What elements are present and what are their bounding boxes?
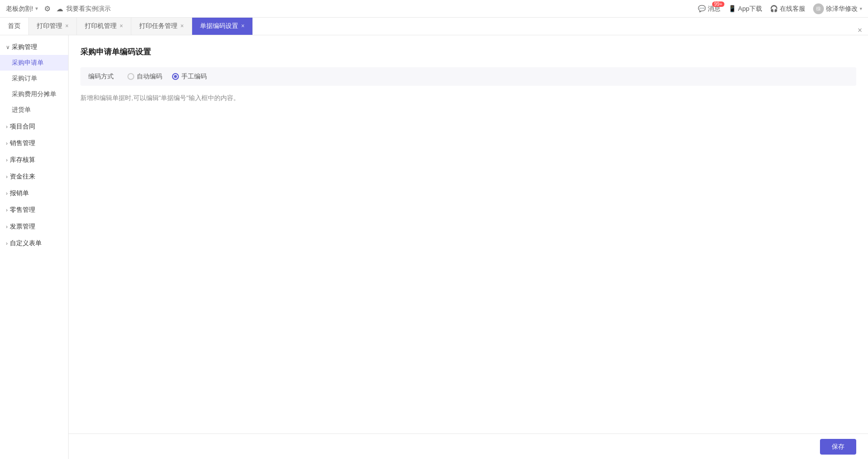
sidebar-group-retail: › 零售管理 (0, 202, 68, 218)
tab-barcode-setting[interactable]: 单据编码设置 × (192, 17, 253, 35)
sidebar-group-retail-title[interactable]: › 零售管理 (0, 202, 68, 218)
sidebar-group-project-contract: › 项目合同 (0, 119, 68, 134)
sidebar-item-purchase-requisition[interactable]: 采购申请单 (0, 55, 68, 71)
radio-manual-option[interactable]: 手工编码 (172, 72, 207, 81)
page-title: 采购申请单编码设置 (80, 47, 856, 57)
cloud-icon: ☁ (56, 5, 63, 13)
radio-auto-label: 自动编码 (137, 72, 162, 81)
capital-chevron: › (6, 174, 8, 179)
invoice-chevron: › (6, 224, 8, 230)
app-label: App下载 (738, 4, 762, 13)
radio-auto-circle (127, 73, 134, 80)
sales-group-label: 销售管理 (10, 139, 35, 148)
invoice-group-label: 发票管理 (10, 222, 35, 231)
sidebar-group-capital: › 资金往来 (0, 169, 68, 184)
tab-print-manage-close[interactable]: × (65, 23, 69, 29)
sidebar-group-inventory: › 库存核算 (0, 152, 68, 168)
tab-print-task-manage-close[interactable]: × (180, 23, 184, 29)
sidebar-item-purchase-expense[interactable]: 采购费用分摊单 (0, 86, 68, 102)
capital-group-label: 资金往来 (10, 172, 35, 181)
radio-auto-option[interactable]: 自动编码 (127, 72, 162, 81)
sidebar-item-purchase-requisition-label: 采购申请单 (12, 59, 44, 66)
radio-manual-circle (172, 73, 179, 80)
dropdown-icon: ▾ (35, 5, 38, 12)
support-icon: 🎧 (770, 5, 778, 12)
tab-home[interactable]: 首页 (0, 17, 29, 35)
bottom-bar: 保存 (69, 434, 868, 459)
coding-method-row: 编码方式 自动编码 手工编码 (80, 67, 856, 86)
app-download-button[interactable]: 📱 App下载 (728, 4, 762, 13)
sidebar-group-returns-title[interactable]: › 报销单 (0, 185, 68, 201)
retail-group-label: 零售管理 (10, 205, 35, 214)
tab-printer-manage-close[interactable]: × (120, 23, 123, 29)
settings-icon[interactable]: ⚙ (44, 4, 50, 13)
main-content: 采购申请单编码设置 编码方式 自动编码 手工编码 新增和编辑单据时,可以编辑"单… (69, 35, 868, 459)
tab-print-manage-label: 打印管理 (37, 22, 62, 30)
user-chevron: ▾ (860, 6, 862, 11)
online-support-button[interactable]: 🎧 在线客服 (770, 4, 805, 13)
returns-chevron: › (6, 190, 8, 196)
sidebar-item-stock-in[interactable]: 进货单 (0, 102, 68, 118)
demo-link-text: 我要看实例演示 (66, 4, 111, 13)
sidebar-group-purchase-title[interactable]: ∨ 采购管理 (0, 39, 68, 55)
demo-link[interactable]: ☁ 我要看实例演示 (56, 4, 111, 13)
returns-group-label: 报销单 (10, 189, 29, 198)
sidebar-group-invoice-title[interactable]: › 发票管理 (0, 219, 68, 234)
sidebar-group-project-contract-title[interactable]: › 项目合同 (0, 119, 68, 134)
tab-printer-manage-label: 打印机管理 (85, 22, 117, 30)
custom-chevron: › (6, 240, 8, 246)
sidebar-group-sales-manage: › 销售管理 (0, 135, 68, 151)
tab-print-manage[interactable]: 打印管理 × (29, 17, 77, 35)
support-label: 在线客服 (780, 4, 805, 13)
top-bar: 老板勿割! ▾ ⚙ ☁ 我要看实例演示 💬 消息 99+ 📱 App下载 🎧 在… (0, 0, 868, 18)
sidebar-group-sales-title[interactable]: › 销售管理 (0, 135, 68, 151)
sidebar-group-invoice: › 发票管理 (0, 219, 68, 234)
inventory-chevron: › (6, 157, 8, 163)
tab-bar: 首页 打印管理 × 打印机管理 × 打印任务管理 × 单据编码设置 × × (0, 18, 868, 35)
save-button[interactable]: 保存 (820, 439, 856, 455)
user-menu[interactable]: 徐 徐泽华修改 ▾ (813, 3, 862, 14)
username: 徐泽华修改 (826, 4, 858, 13)
layout: ∨ 采购管理 采购申请单 采购订单 采购费用分摊单 进货单 › 项目合同 (0, 35, 868, 459)
sidebar-group-purchase: ∨ 采购管理 采购申请单 采购订单 采购费用分摊单 进货单 (0, 39, 68, 118)
sidebar-group-custom-form: › 自定义表单 (0, 235, 68, 251)
messages-button[interactable]: 💬 消息 99+ (698, 4, 720, 13)
inventory-group-label: 库存核算 (10, 155, 35, 164)
tab-home-label: 首页 (8, 22, 21, 30)
radio-manual-label: 手工编码 (181, 72, 207, 81)
logo-dropdown[interactable]: 老板勿割! ▾ (6, 4, 38, 13)
app-icon: 📱 (728, 5, 736, 12)
sidebar-group-inventory-title[interactable]: › 库存核算 (0, 152, 68, 168)
sidebar-item-purchase-order-label: 采购订单 (12, 75, 37, 82)
tab-barcode-setting-label: 单据编码设置 (200, 22, 238, 30)
sales-chevron: › (6, 140, 8, 146)
sidebar-group-custom-form-title[interactable]: › 自定义表单 (0, 235, 68, 251)
tab-print-task-manage[interactable]: 打印任务管理 × (131, 17, 192, 35)
sidebar-item-stock-in-label: 进货单 (12, 106, 31, 113)
sidebar-group-capital-title[interactable]: › 资金往来 (0, 169, 68, 184)
message-icon: 💬 (698, 5, 706, 12)
tabbar-close-button[interactable]: × (852, 26, 868, 35)
message-badge: 99+ (712, 1, 724, 7)
project-group-label: 项目合同 (10, 122, 35, 131)
sidebar-item-purchase-order[interactable]: 采购订单 (0, 71, 68, 86)
tab-print-task-manage-label: 打印任务管理 (139, 22, 177, 30)
retail-chevron: › (6, 207, 8, 213)
coding-method-label: 编码方式 (88, 72, 116, 81)
sidebar-group-returns: › 报销单 (0, 185, 68, 201)
sidebar: ∨ 采购管理 采购申请单 采购订单 采购费用分摊单 进货单 › 项目合同 (0, 35, 69, 459)
tab-printer-manage[interactable]: 打印机管理 × (77, 17, 131, 35)
sidebar-item-purchase-expense-label: 采购费用分摊单 (12, 90, 56, 98)
tab-barcode-setting-close[interactable]: × (241, 23, 245, 29)
top-bar-left: 老板勿割! ▾ ⚙ ☁ 我要看实例演示 (6, 4, 111, 13)
hint-text: 新增和编辑单据时,可以编辑"单据编号"输入框中的内容。 (80, 94, 856, 102)
custom-group-label: 自定义表单 (10, 239, 42, 248)
logo-text: 老板勿割! (6, 4, 33, 13)
top-bar-right: 💬 消息 99+ 📱 App下载 🎧 在线客服 徐 徐泽华修改 ▾ (698, 3, 862, 14)
avatar: 徐 (813, 3, 824, 14)
purchase-chevron: ∨ (6, 44, 10, 51)
purchase-group-label: 采购管理 (12, 43, 37, 51)
project-chevron: › (6, 124, 8, 129)
